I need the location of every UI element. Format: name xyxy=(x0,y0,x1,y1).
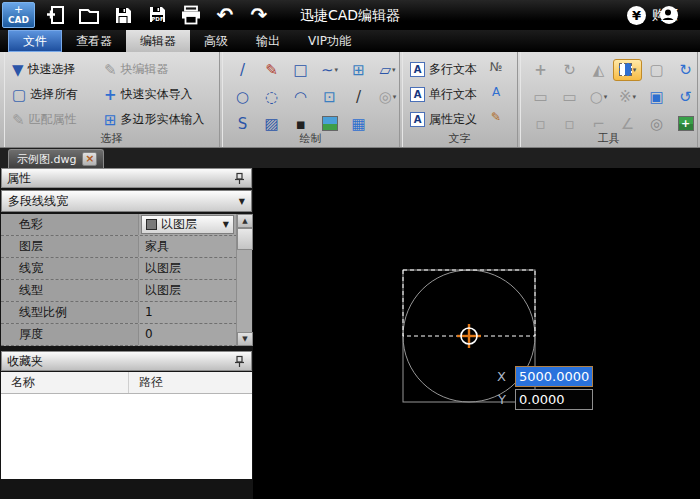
undo-icon[interactable]: ↶ xyxy=(212,2,238,28)
ribbon-sketch-button[interactable]: ✎ xyxy=(257,56,286,83)
polyline-icon: ∼ xyxy=(321,60,334,80)
favorites-list[interactable] xyxy=(1,394,252,479)
select-all-label: 选择所有 xyxy=(30,86,78,103)
property-label: 厚度 xyxy=(1,324,139,345)
donut-icon: ◌ xyxy=(265,87,278,107)
close-icon[interactable]: × xyxy=(82,152,97,166)
ribbon-line-button[interactable]: / xyxy=(228,56,257,83)
sketch-icon: ✎ xyxy=(265,60,278,80)
y-coord-label: Y xyxy=(486,392,506,407)
buy-button[interactable]: ¥ 购买 xyxy=(627,0,678,30)
redo-history-icon: ↺ xyxy=(679,87,692,107)
ribbon-single-text-button[interactable]: A单行文本 xyxy=(410,82,477,107)
yen-icon: ¥ xyxy=(627,6,646,25)
ribbon-polygon-entity-input-button[interactable]: ⊞多边形实体输入 xyxy=(104,107,224,132)
polygon-entity-input-label: 多边形实体输入 xyxy=(121,111,205,128)
ribbon-mtext-button[interactable]: A多行文本 xyxy=(410,57,477,82)
user-icon[interactable] xyxy=(658,5,686,27)
menu-vip[interactable]: VIP功能 xyxy=(294,30,365,52)
open-icon[interactable] xyxy=(76,2,102,28)
find-icon: ○ xyxy=(590,87,603,107)
y-coord-input[interactable]: 0.0000 xyxy=(515,389,593,410)
favorites-panel-header: 收藏夹 xyxy=(1,351,252,371)
pen-icon: / xyxy=(356,87,361,107)
ribbon-region-button: ◎▾ xyxy=(373,83,402,110)
properties-panel-title: 属性 xyxy=(7,170,31,187)
ribbon-explode-button: ※▾ xyxy=(613,83,642,110)
ribbon-pen-button[interactable]: / xyxy=(344,83,373,110)
ribbon-paste-button: ▭ xyxy=(526,83,555,110)
menu-file[interactable]: 文件 xyxy=(8,30,62,52)
pin-icon[interactable] xyxy=(232,171,246,185)
ribbon-redo-history-button[interactable]: ↺ xyxy=(671,83,700,110)
window-title: 迅捷CAD编辑器 xyxy=(250,0,450,30)
menu-output[interactable]: 输出 xyxy=(242,30,294,52)
save-pdf-icon[interactable]: PDF xyxy=(144,2,170,28)
menu-editor[interactable]: 编辑器 xyxy=(126,30,190,52)
ribbon-select-all-button[interactable]: ▢选择所有 xyxy=(12,82,100,107)
drawing-canvas[interactable]: X 5000.0000 Y 0.0000 xyxy=(253,168,700,499)
ribbon-copy-object-button[interactable]: ⊡ xyxy=(315,83,344,110)
favorites-column-name[interactable]: 名称 xyxy=(1,372,129,393)
properties-scrollbar[interactable]: ▲ ▼ xyxy=(236,214,252,346)
ribbon-selection-mode-button[interactable]: ▾ xyxy=(613,56,642,83)
ribbon-section-draw: /✎□∼▾⊞▱▾○◌◠⊡/◎▾S▨▪▦绘制 xyxy=(222,52,400,147)
ribbon-find-button: ○▾ xyxy=(584,83,613,110)
logo-text: CAD xyxy=(8,15,29,25)
property-category-dropdown[interactable]: 多段线线宽 ▼ xyxy=(1,190,252,212)
single-text-label: 单行文本 xyxy=(429,86,477,103)
color-swatch xyxy=(146,219,157,230)
ribbon-copy-button: ▢ xyxy=(642,56,671,83)
single-text-icon: A xyxy=(410,87,425,102)
undo-history-icon: ↻ xyxy=(679,60,692,80)
app-logo[interactable]: + CAD xyxy=(2,2,35,28)
menu-viewer[interactable]: 查看器 xyxy=(62,30,126,52)
new-file-icon[interactable] xyxy=(42,2,68,28)
scroll-down-icon[interactable]: ▼ xyxy=(237,332,253,346)
ribbon-rectangle-button[interactable]: □ xyxy=(286,56,315,83)
attribute-define-icon: A xyxy=(410,112,425,127)
ribbon-polyline-button[interactable]: ∼▾ xyxy=(315,56,344,83)
scrollbar-thumb[interactable] xyxy=(237,228,253,250)
ribbon-numbering-button[interactable]: № xyxy=(487,57,505,82)
ribbon-insert-block-button[interactable]: ⊞ xyxy=(344,56,373,83)
x-coord-input[interactable]: 5000.0000 xyxy=(515,366,593,387)
property-label: 线型 xyxy=(1,280,139,301)
document-tab[interactable]: 示例图.dwg × xyxy=(8,149,104,168)
ribbon-arc-button[interactable]: ◠ xyxy=(286,83,315,110)
paste-icon: ▭ xyxy=(533,87,547,107)
ribbon-quick-entity-import-button[interactable]: +快速实体导入 xyxy=(104,82,224,107)
ribbon-quick-select-button[interactable]: ▼快速选择 xyxy=(12,57,100,82)
save-icon[interactable] xyxy=(110,2,136,28)
ribbon-text-style-button[interactable]: A xyxy=(487,82,505,107)
ribbon-edit-text-button[interactable]: ✎ xyxy=(487,107,505,132)
print-icon[interactable] xyxy=(178,2,204,28)
ribbon: ▼快速选择✎块编辑器▢选择所有+快速实体导入✎匹配属性⊞多边形实体输入选择/✎□… xyxy=(0,52,700,148)
property-row: 线型比例1 xyxy=(1,302,252,324)
property-label: 图层 xyxy=(1,236,139,257)
ribbon-group-button[interactable]: ▣ xyxy=(642,83,671,110)
group-icon: ▣ xyxy=(649,87,663,107)
ribbon-section-text: A多行文本A单行文本A属性定义№A✎文字 xyxy=(402,52,518,147)
ribbon-attribute-define-button[interactable]: A属性定义 xyxy=(410,107,477,132)
ribbon-stamp-button[interactable]: ▱▾ xyxy=(373,56,402,83)
menu-advanced[interactable]: 高级 xyxy=(190,30,242,52)
paste-special-icon: ▭ xyxy=(562,87,576,107)
ribbon-undo-history-button[interactable]: ↻ xyxy=(671,56,700,83)
ribbon-donut-button[interactable]: ◌ xyxy=(257,83,286,110)
favorites-column-path[interactable]: 路径 xyxy=(129,372,163,393)
color-dropdown[interactable]: 以图层▼ xyxy=(141,215,234,234)
block-editor-label: 块编辑器 xyxy=(121,61,169,78)
ribbon-block-editor-button: ✎块编辑器 xyxy=(104,57,224,82)
ribbon-circle-button[interactable]: ○ xyxy=(228,83,257,110)
chevron-down-icon: ▼ xyxy=(239,197,245,206)
rectangle-icon: □ xyxy=(293,60,307,80)
pin-icon[interactable] xyxy=(232,354,246,368)
property-row: 图层家具 xyxy=(1,236,252,258)
ribbon-move-button: + xyxy=(526,56,555,83)
ribbon-mirror-button: ◭ xyxy=(584,56,613,83)
line-icon: / xyxy=(240,60,245,80)
scroll-up-icon[interactable]: ▲ xyxy=(237,214,253,228)
property-category-value: 多段线线宽 xyxy=(8,193,68,210)
ribbon-match-properties-button: ✎匹配属性 xyxy=(12,107,100,132)
